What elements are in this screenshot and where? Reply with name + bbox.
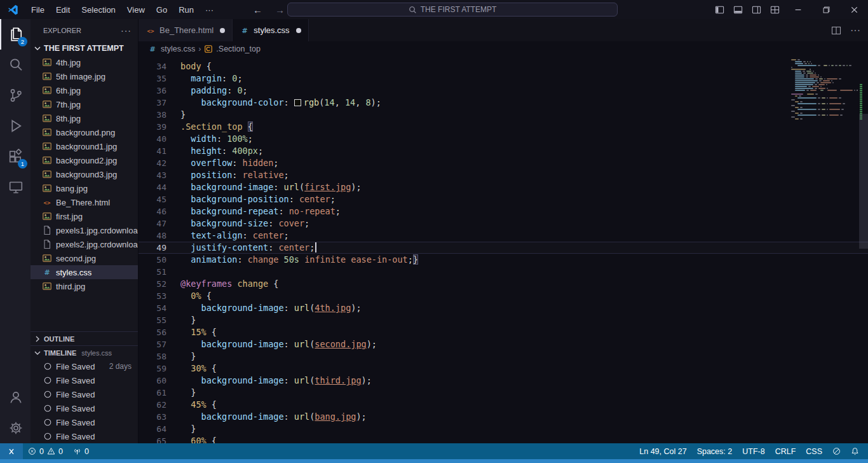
code-line[interactable]: 43 position: relative; (139, 169, 868, 181)
code-line[interactable]: 50 animation: change 50s infinite ease-i… (139, 254, 868, 266)
tab-Be_There.html[interactable]: <>Be_There.html (139, 19, 233, 41)
activity-account[interactable] (0, 382, 31, 413)
layout-grid-button[interactable] (766, 0, 784, 19)
code-line[interactable]: 44 background-image: url(first.jpg); (139, 181, 868, 193)
code-line[interactable]: 39.Section_top { (139, 121, 868, 133)
menu-item[interactable]: File (25, 0, 50, 19)
file-row[interactable]: #styles.css (31, 265, 138, 279)
code-line[interactable]: 60 background-image: url(third.jpg); (139, 375, 868, 387)
menu-item[interactable]: Edit (50, 0, 76, 19)
file-row[interactable]: 6th.jpg (31, 83, 138, 97)
file-row[interactable]: <>Be_There.html (31, 195, 138, 209)
activity-run-debug[interactable] (0, 111, 31, 141)
code-line[interactable]: 46 background-repeat: no-repeat; (139, 205, 868, 218)
file-row[interactable]: second.jpg (31, 251, 138, 265)
minimize-button[interactable] (784, 0, 812, 19)
editor[interactable]: 34body {35 margin: 0;36 padding: 0;37 ba… (139, 57, 868, 443)
menu-item[interactable]: Selection (76, 0, 121, 19)
problems-indicator[interactable]: 0 0 (23, 443, 68, 459)
do-not-disturb[interactable] (827, 443, 846, 459)
activity-search[interactable] (0, 50, 31, 80)
menu-item[interactable]: View (121, 0, 151, 19)
code-line[interactable]: 53 0% { (139, 290, 868, 302)
code-line[interactable]: 52@keyframes change { (139, 278, 868, 290)
close-button[interactable] (840, 0, 868, 19)
minimap[interactable] (789, 59, 858, 120)
activity-source-control[interactable] (0, 80, 31, 111)
timeline-section-header[interactable]: TIMELINE styles.css (31, 345, 138, 359)
ports-indicator[interactable]: 0 (68, 443, 94, 459)
code-line[interactable]: 57 background-image: url(second.jpg); (139, 338, 868, 350)
timeline-item[interactable]: File Saved (31, 373, 138, 387)
file-row[interactable]: background2.jpg (31, 153, 138, 167)
file-row[interactable]: third.jpg (31, 279, 138, 293)
activity-extensions[interactable]: 1 (0, 141, 31, 172)
code-line[interactable]: 65 60% { (139, 435, 868, 443)
code-line[interactable]: 54 background-image: url(4th.jpg); (139, 302, 868, 314)
timeline-item[interactable]: File Saved (31, 401, 138, 415)
code-line[interactable]: 35 margin: 0; (139, 73, 868, 85)
code-line[interactable]: 40 width: 100%; (139, 133, 868, 145)
file-row[interactable]: background3.jpg (31, 167, 138, 181)
menu-item[interactable]: Run (173, 0, 200, 19)
editor-scrollbar[interactable] (859, 57, 868, 443)
activity-settings[interactable] (0, 413, 31, 443)
command-center-search[interactable]: THE FIRST ATTEMPT (287, 3, 618, 17)
file-row[interactable]: background1.jpg (31, 139, 138, 153)
activity-remote-explorer[interactable] (0, 172, 31, 202)
tab-styles.css[interactable]: #styles.css (233, 19, 308, 41)
cursor-position[interactable]: Ln 49, Col 27 (634, 443, 691, 459)
remote-indicator[interactable] (0, 443, 23, 459)
file-row[interactable]: pexels2.jpg.crdownload (31, 237, 138, 251)
breadcrumb-file[interactable]: styles.css (161, 45, 195, 53)
code-line[interactable]: 61 } (139, 387, 868, 399)
code-line[interactable]: 62 45% { (139, 399, 868, 411)
split-editor-button[interactable] (831, 25, 841, 36)
code-line[interactable]: 56 15% { (139, 326, 868, 338)
code-line[interactable]: 45 background-position: center; (139, 193, 868, 205)
folder-root[interactable]: THE FIRST ATTEMPT (31, 41, 138, 55)
code-line[interactable]: 36 padding: 0; (139, 85, 868, 97)
explorer-actions-icon[interactable]: ··· (121, 26, 132, 35)
breadcrumb-symbol[interactable]: .Section_top (216, 45, 261, 53)
indentation[interactable]: Spaces: 2 (692, 443, 738, 459)
file-row[interactable]: first.jpg (31, 209, 138, 223)
menu-item[interactable]: Go (151, 0, 173, 19)
layout-sidebar-left-button[interactable] (710, 0, 729, 19)
encoding[interactable]: UTF-8 (737, 443, 770, 459)
file-row[interactable]: bang.jpg (31, 181, 138, 195)
code-line[interactable]: 47 background-size: cover; (139, 218, 868, 230)
notifications-bell[interactable] (846, 443, 864, 459)
code-line[interactable]: 37 background-color: rgb(14, 14, 8); (139, 97, 868, 109)
file-row[interactable]: pexels1.jpg.crdownload (31, 223, 138, 237)
code-line[interactable]: 58 } (139, 350, 868, 363)
code-line[interactable]: 55 } (139, 314, 868, 326)
timeline-item[interactable]: File Saved (31, 415, 138, 429)
code-line[interactable]: 63 background-image: url(bang.jpg); (139, 411, 868, 423)
activity-explorer[interactable]: 2 (0, 19, 31, 50)
code-line[interactable]: 64 } (139, 423, 868, 435)
code-line[interactable]: 34body { (139, 60, 868, 73)
back-button[interactable]: ← (253, 5, 262, 15)
layout-sidebar-right-button[interactable] (747, 0, 766, 19)
code-line[interactable]: 51 (139, 266, 868, 278)
code-line[interactable]: 41 height: 400px; (139, 145, 868, 157)
layout-panel-button[interactable] (729, 0, 747, 19)
code-line[interactable]: 59 30% { (139, 363, 868, 375)
file-row[interactable]: 4th.jpg (31, 55, 138, 69)
file-row[interactable]: 8th.jpg (31, 111, 138, 125)
code-line[interactable]: 49 justify-content: center; (139, 242, 868, 254)
menu-item[interactable]: ··· (200, 0, 219, 19)
file-row[interactable]: 5th image.jpg (31, 69, 138, 83)
timeline-item[interactable]: File Saved2 days (31, 359, 138, 373)
editor-actions-icon[interactable]: ··· (850, 25, 860, 36)
outline-section-header[interactable]: OUTLINE (31, 331, 138, 345)
file-row[interactable]: 7th.jpg (31, 97, 138, 111)
scrollbar-thumb[interactable] (859, 114, 868, 249)
code-line[interactable]: 38} (139, 109, 868, 121)
language-mode[interactable]: CSS (801, 443, 827, 459)
timeline-item[interactable]: File Saved (31, 429, 138, 443)
timeline-item[interactable]: File Saved (31, 387, 138, 401)
restore-button[interactable] (812, 0, 840, 19)
eol-selector[interactable]: CRLF (770, 443, 801, 459)
